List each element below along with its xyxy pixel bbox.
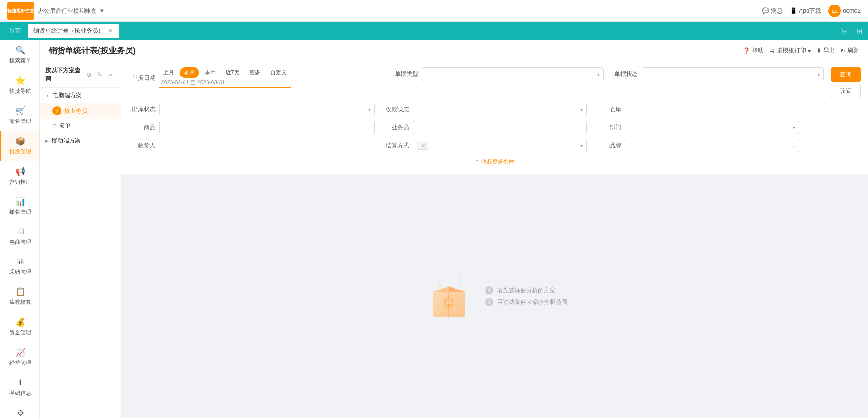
receipt-status-select[interactable]: ▾ bbox=[413, 103, 587, 116]
tree-section-desktop[interactable]: ▼ 电脑端方案 bbox=[40, 88, 121, 103]
add-scheme-btn[interactable]: ⊕ bbox=[85, 70, 94, 79]
tip-2-number: 2 bbox=[485, 298, 493, 306]
tree-item-by-doc[interactable]: ≡ 按单 bbox=[40, 119, 121, 133]
doc-status-select[interactable]: ▾ bbox=[642, 67, 824, 81]
sidebar-item-inventory[interactable]: 📋 库存核算 bbox=[0, 281, 39, 312]
tab-home[interactable]: 首页 bbox=[4, 24, 26, 38]
svg-marker-1 bbox=[433, 286, 449, 292]
export-btn[interactable]: ⬇ 导出 bbox=[816, 47, 835, 55]
sidebar-item-marketing[interactable]: 📢 营销推广 bbox=[0, 161, 39, 191]
main-layout: 🔍 搜索菜单 ⭐ 快捷导航 🛒 零售管理 📦 批发管理 📢 营销推广 📊 销售管… bbox=[0, 40, 868, 418]
date-btn-7days[interactable]: 近7天 bbox=[222, 67, 244, 78]
tree-item-by-salesman[interactable]: ⚡ 按业务员 bbox=[40, 103, 121, 119]
refresh-btn[interactable]: ↻ 刷新 bbox=[840, 47, 859, 55]
tree-section-mobile[interactable]: ▶ 移动端方案 bbox=[40, 133, 121, 148]
print-btn[interactable]: 🖨 按模板打印 ▾ bbox=[769, 47, 811, 55]
filter-area: 单据日期 上月 本月 本年 近7天 更多 自定义 bbox=[121, 62, 868, 174]
search-icon: 🔍 bbox=[15, 45, 25, 55]
page-header: 销货单统计表(按业务员) ❓ 帮助 🖨 按模板打印 ▾ ⬇ 导出 ↻ 刷新 bbox=[40, 40, 868, 62]
chevron-right-icon: ▶ bbox=[45, 138, 49, 143]
left-panel-icons: ⊕ ✎ « bbox=[85, 70, 115, 79]
chart-icon: 📊 bbox=[15, 197, 25, 207]
sidebar-item-operation[interactable]: 📈 经营管理 bbox=[0, 342, 39, 372]
date-btn-more[interactable]: 更多 bbox=[245, 67, 264, 78]
date-btn-this-year[interactable]: 本年 bbox=[201, 67, 220, 78]
bag-icon: 🛍 bbox=[16, 257, 24, 266]
brand-input[interactable]: ··· bbox=[625, 139, 799, 152]
chevron-up-icon: ⌃ bbox=[475, 159, 480, 165]
left-panel-title: 按以下方案查询 bbox=[45, 66, 85, 83]
message-btn[interactable]: 💬 消息 bbox=[762, 7, 783, 15]
active-scheme-icon: ⚡ bbox=[52, 106, 61, 115]
sidebar-item-purchase[interactable]: 🛍 采购管理 bbox=[0, 252, 39, 281]
chevron-down-icon: ▼ bbox=[45, 93, 50, 98]
svg-point-6 bbox=[451, 300, 452, 301]
sidebar-item-system[interactable]: ⚙ 系统管理 bbox=[0, 403, 39, 418]
date-btn-last-month[interactable]: 上月 bbox=[159, 67, 178, 78]
tab-minimize-btn[interactable]: ⊟ bbox=[839, 25, 850, 36]
tab-close-icon[interactable]: ✕ bbox=[107, 27, 114, 34]
star-icon: ⭐ bbox=[15, 76, 25, 86]
tabbar-actions: ⊟ ⊞ bbox=[839, 25, 864, 36]
query-button[interactable]: 查询 bbox=[831, 67, 861, 82]
tab-sales-stat[interactable]: 销货单统计表（按业务员） ✕ bbox=[28, 24, 119, 38]
sidebar: 🔍 搜索菜单 ⭐ 快捷导航 🛒 零售管理 📦 批发管理 📢 营销推广 📊 销售管… bbox=[0, 40, 40, 418]
sidebar-item-wholesale[interactable]: 📦 批发管理 bbox=[0, 131, 39, 161]
settle-method-clear-icon[interactable]: × bbox=[422, 142, 425, 149]
sidebar-item-shortcut[interactable]: ⭐ 快捷导航 bbox=[0, 70, 39, 100]
receipt-status-label: 收款状态 bbox=[382, 105, 409, 114]
topbar-right: 💬 消息 📱 App下载 Ea demo2 bbox=[762, 5, 861, 17]
svg-point-7 bbox=[439, 284, 441, 286]
empty-state: 1 请先选择要分析的方案 2 用过滤条件来缩小分析范围 bbox=[121, 174, 868, 418]
sidebar-item-finance[interactable]: 💰 资金管理 bbox=[0, 312, 39, 342]
help-icon: ❓ bbox=[743, 48, 750, 54]
doc-scheme-icon: ≡ bbox=[52, 122, 56, 129]
sidebar-item-search[interactable]: 🔍 搜索菜单 bbox=[0, 40, 39, 70]
svg-point-9 bbox=[464, 289, 466, 290]
date-btn-custom[interactable]: 自定义 bbox=[266, 67, 291, 78]
settle-method-select[interactable]: × ▾ bbox=[413, 139, 587, 152]
sidebar-item-basic[interactable]: ℹ 基础信息 bbox=[0, 372, 39, 403]
sidebar-item-retail[interactable]: 🛒 零售管理 bbox=[0, 100, 39, 131]
linechart-icon: 📈 bbox=[15, 347, 25, 357]
dept-arrow-icon: ▾ bbox=[793, 125, 795, 130]
warehouse-input[interactable]: ··· bbox=[625, 103, 799, 116]
print-dropdown-icon: ▾ bbox=[808, 48, 811, 54]
app-title-dropdown[interactable]: ▾ bbox=[100, 7, 104, 14]
tip-1-number: 1 bbox=[485, 286, 493, 294]
svg-marker-2 bbox=[449, 286, 465, 292]
sidebar-item-ecommerce[interactable]: 🖥 电商管理 bbox=[0, 222, 39, 252]
dept-select[interactable]: ▾ bbox=[625, 121, 799, 134]
user-menu[interactable]: Ea demo2 bbox=[828, 5, 861, 17]
gear-icon: ⚙ bbox=[17, 408, 24, 418]
collapse-panel-btn[interactable]: « bbox=[106, 70, 115, 79]
doc-type-label: 单据类型 bbox=[391, 70, 418, 78]
settings-button[interactable]: 设置 bbox=[831, 84, 861, 98]
date-btn-this-month[interactable]: 本月 bbox=[180, 67, 199, 78]
topbar: 畅捷通好生意 办公用品行业模拟账套 ▾ 💬 消息 📱 App下载 Ea demo… bbox=[0, 0, 868, 22]
goods-input[interactable]: ··· bbox=[159, 121, 375, 134]
empty-tip-2: 2 用过滤条件来缩小分析范围 bbox=[485, 298, 567, 306]
help-btn[interactable]: ❓ 帮助 bbox=[743, 47, 764, 55]
clipboard-icon: 📋 bbox=[15, 287, 25, 297]
collapse-more-btn[interactable]: ⌃ 收起更多条件 bbox=[128, 155, 861, 168]
left-panel: 按以下方案查询 ⊕ ✎ « ▼ 电脑端方案 ⚡ 按业务员 bbox=[40, 62, 121, 418]
svg-point-5 bbox=[446, 300, 448, 301]
app-download-btn[interactable]: 📱 App下载 bbox=[790, 7, 821, 15]
out-status-label: 出库状态 bbox=[128, 105, 156, 114]
tab-expand-btn[interactable]: ⊞ bbox=[854, 25, 864, 36]
print-icon: 🖨 bbox=[769, 48, 775, 54]
out-status-select[interactable]: ▾ bbox=[159, 103, 375, 116]
salesman-dots-icon: ··· bbox=[578, 124, 583, 131]
edit-scheme-btn[interactable]: ✎ bbox=[95, 70, 104, 79]
settle-method-tag: × bbox=[417, 142, 428, 150]
sidebar-item-sales[interactable]: 📊 销售管理 bbox=[0, 191, 39, 222]
settle-method-label: 结算方式 bbox=[382, 142, 409, 150]
svg-point-8 bbox=[459, 282, 461, 284]
empty-illustration bbox=[422, 269, 476, 323]
doc-type-select[interactable]: ▾ bbox=[422, 67, 604, 81]
doc-status-label: 单据状态 bbox=[611, 70, 638, 78]
salesman-input[interactable]: ··· bbox=[413, 121, 587, 134]
consignee-input[interactable]: ··· bbox=[159, 139, 375, 152]
brand-dots-icon: ··· bbox=[790, 142, 795, 149]
